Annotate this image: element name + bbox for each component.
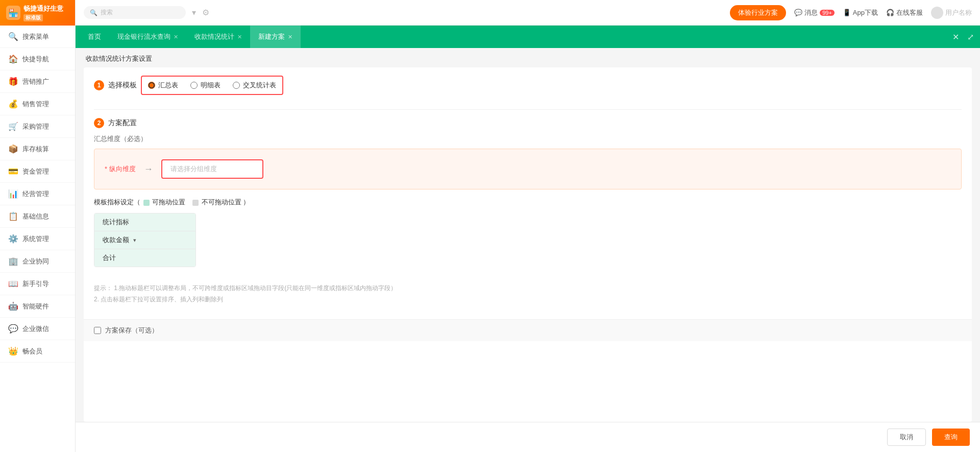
indicator-table: 统计指标 收款金额 ▾ 合计: [94, 213, 196, 267]
tab-home[interactable]: 首页: [80, 26, 109, 48]
message-action[interactable]: 💬 消息 99+: [794, 8, 835, 17]
sidebar-item-operations[interactable]: 📊 经营管理: [0, 183, 75, 205]
close-tab-receipt-stats[interactable]: ✕: [237, 34, 242, 40]
dropdown-icon[interactable]: ▾: [192, 8, 196, 17]
tip-text-2: 2. 点击标题栏下拉可设置排序、插入列和删除列: [94, 294, 223, 305]
receipt-stats-label: 收款情况统计: [194, 32, 234, 41]
sidebar-item-label: 营销推广: [22, 77, 49, 86]
radio-summary-label: 汇总表: [158, 81, 178, 90]
sidebar-item-member[interactable]: 👑 畅会员: [0, 340, 75, 363]
sidebar-item-purchase[interactable]: 🛒 采购管理: [0, 115, 75, 138]
marketing-icon: 🎁: [8, 77, 18, 86]
main-area: 🔍 搜索 ▾ ⚙ 体验行业方案 💬 消息 99+ 📱 App下载 🎧 在线客服 …: [76, 0, 980, 452]
save-option: 方案保存（可选）: [84, 319, 972, 341]
logo-text: 畅捷通好生意: [23, 4, 63, 13]
industry-btn[interactable]: 体验行业方案: [730, 5, 786, 20]
vertical-label: * 纵向维度: [105, 164, 136, 174]
wechat-icon: 💬: [8, 324, 18, 334]
step1-header: 1 选择模板 汇总表 明细表 交叉统计表: [94, 76, 962, 95]
sidebar-item-inventory[interactable]: 📦 库存核算: [0, 138, 75, 160]
sidebar-item-marketing[interactable]: 🎁 营销推广: [0, 70, 75, 93]
bank-flow-label: 现金银行流水查询: [117, 32, 170, 41]
step2-header: 2 方案配置: [94, 118, 962, 128]
sidebar-item-label: 搜索菜单: [22, 32, 49, 41]
sidebar-item-guide[interactable]: 📖 新手引导: [0, 273, 75, 295]
radio-summary[interactable]: 汇总表: [148, 81, 178, 90]
stats-item-header[interactable]: 收款金额 ▾: [94, 231, 195, 249]
radio-detail-input[interactable]: [190, 82, 198, 89]
sidebar-item-base-info[interactable]: 📋 基础信息: [0, 205, 75, 228]
step1-section: 1 选择模板 汇总表 明细表 交叉统计表: [84, 67, 972, 109]
sidebar-item-label: 采购管理: [22, 122, 49, 131]
sidebar-item-label: 经营管理: [22, 189, 49, 199]
content-area: 收款情况统计方案设置 1 选择模板 汇总表 明细表: [76, 48, 980, 452]
sidebar: 🏪 畅捷通好生意 标准版 🔍 搜索菜单 🏠 快捷导航 🎁 营销推广 💰 销售管理…: [0, 0, 76, 452]
sidebar-item-system[interactable]: ⚙️ 系统管理: [0, 228, 75, 250]
member-icon: 👑: [8, 346, 18, 356]
dimension-select[interactable]: 请选择分组维度: [161, 159, 263, 179]
indicator-header: 模板指标设定（ 可拖动位置 不可拖动位置 ）: [94, 198, 962, 207]
purchase-icon: 🛒: [8, 122, 18, 131]
user-avatar: [931, 7, 943, 19]
app-download-action[interactable]: 📱 App下载: [843, 8, 878, 17]
sidebar-item-label: 企业协同: [22, 257, 49, 266]
smart-hw-icon: 🤖: [8, 301, 18, 311]
radio-detail[interactable]: 明细表: [190, 81, 220, 90]
config-area: * 纵向维度 → 请选择分组维度: [94, 149, 962, 189]
page-title: 收款情况统计方案设置: [76, 48, 980, 67]
close-tab-new-plan[interactable]: ✕: [288, 34, 292, 40]
tab-receipt-stats[interactable]: 收款情况统计 ✕: [186, 26, 250, 48]
step2-section: 2 方案配置 汇总维度（必选） * 纵向维度 → 请选择分组维度: [84, 110, 972, 319]
tip-line-1: 提示： 1.拖动标题栏可以调整布局，不可跨维度或指标区域拖动目字段(只能在同一维…: [94, 283, 962, 294]
tips-area: 提示： 1.拖动标题栏可以调整布局，不可跨维度或指标区域拖动目字段(只能在同一维…: [94, 277, 962, 311]
chevron-down-icon: ▾: [133, 237, 136, 244]
dimension-placeholder: 请选择分组维度: [170, 165, 217, 173]
sidebar-item-wechat[interactable]: 💬 企业微信: [0, 318, 75, 340]
sidebar-item-smart-hw[interactable]: 🤖 智能硬件: [0, 295, 75, 318]
sidebar-item-finance[interactable]: 💳 资金管理: [0, 160, 75, 183]
logo-badge: 标准版: [23, 14, 43, 21]
arrow-icon: →: [144, 164, 153, 175]
search-menu-icon: 🔍: [8, 32, 18, 41]
close-window-btn[interactable]: ✕: [950, 30, 961, 44]
sidebar-item-label: 畅会员: [22, 347, 42, 356]
settings-icon[interactable]: ⚙: [202, 8, 209, 17]
indicator-header-text: 模板指标设定（ 可拖动位置 不可拖动位置 ）: [94, 198, 250, 207]
tip-text-1: 提示： 1.拖动标题栏可以调整布局，不可跨维度或指标区域拖动目字段(只能在同一维…: [94, 283, 397, 294]
home-label: 首页: [88, 32, 101, 41]
user-name: 用户名称: [945, 8, 972, 17]
sidebar-item-sales[interactable]: 💰 销售管理: [0, 93, 75, 115]
stats-item-label: 收款金额: [103, 235, 129, 245]
online-service-action[interactable]: 🎧 在线客服: [886, 8, 923, 17]
cancel-button[interactable]: 取消: [887, 429, 926, 446]
sidebar-item-label: 智能硬件: [22, 302, 49, 311]
query-button[interactable]: 查询: [932, 429, 970, 446]
dimension-row: * 纵向维度 → 请选择分组维度: [105, 159, 951, 179]
quick-nav-icon: 🏠: [8, 54, 18, 64]
radio-cross-input[interactable]: [233, 82, 240, 89]
radio-summary-input[interactable]: [148, 82, 155, 89]
form-card: 1 选择模板 汇总表 明细表 交叉统计表: [84, 67, 972, 422]
stats-sub-label: 合计: [103, 254, 116, 261]
topbar: 🔍 搜索 ▾ ⚙ 体验行业方案 💬 消息 99+ 📱 App下载 🎧 在线客服 …: [76, 0, 980, 26]
operations-icon: 📊: [8, 189, 18, 199]
sidebar-item-quick-nav[interactable]: 🏠 快捷导航: [0, 48, 75, 70]
sidebar-item-enterprise[interactable]: 🏢 企业协同: [0, 250, 75, 273]
save-checkbox[interactable]: [94, 327, 101, 334]
sidebar-item-label: 快捷导航: [22, 55, 49, 64]
radio-detail-label: 明细表: [201, 81, 220, 90]
user-info[interactable]: 用户名称: [931, 7, 972, 19]
radio-cross[interactable]: 交叉统计表: [233, 81, 276, 90]
sidebar-item-label: 资金管理: [22, 167, 49, 176]
step1-number: 1: [94, 80, 104, 90]
tab-new-plan[interactable]: 新建方案 ✕: [250, 26, 301, 48]
close-tab-bank-flow[interactable]: ✕: [174, 34, 178, 40]
tab-bank-flow[interactable]: 现金银行流水查询 ✕: [109, 26, 186, 48]
sidebar-item-search-menu[interactable]: 🔍 搜索菜单: [0, 26, 75, 48]
maximize-window-btn[interactable]: ⤢: [965, 30, 976, 44]
topbar-search[interactable]: 🔍 搜索: [84, 6, 186, 19]
sidebar-logo: 🏪 畅捷通好生意 标准版: [0, 0, 75, 26]
system-icon: ⚙️: [8, 234, 18, 244]
tip-line-2: 2. 点击标题栏下拉可设置排序、插入列和删除列: [94, 294, 962, 305]
sales-icon: 💰: [8, 99, 18, 109]
